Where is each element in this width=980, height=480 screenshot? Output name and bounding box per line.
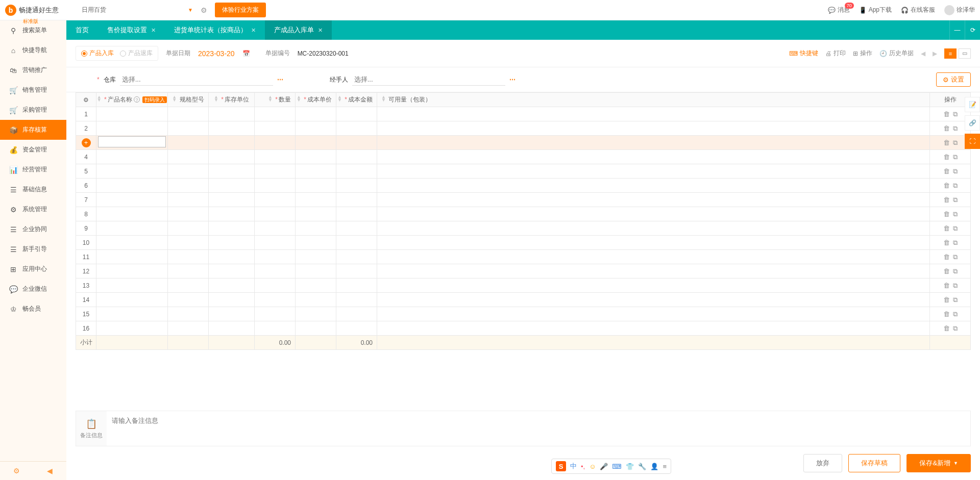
cell-name[interactable] xyxy=(96,107,168,121)
print-link[interactable]: 🖨 打印 xyxy=(825,49,846,58)
app-download-link[interactable]: 📱 App下载 xyxy=(859,6,892,14)
tab-2[interactable]: 进货单统计表（按商品）✕ xyxy=(165,20,265,40)
col-gear[interactable]: ⚙ xyxy=(76,93,96,107)
view-card-button[interactable]: ▭ xyxy=(959,48,971,59)
save-draft-button[interactable]: 保存草稿 xyxy=(848,454,900,472)
radio-product-out[interactable]: 产品退库 xyxy=(120,49,153,58)
table-row[interactable]: +🗑⧉ xyxy=(76,136,971,150)
ime-punct-icon[interactable]: •, xyxy=(581,463,585,470)
cell-name[interactable] xyxy=(96,221,168,236)
cell-name[interactable] xyxy=(96,179,168,193)
cell-price[interactable] xyxy=(296,279,336,293)
close-icon[interactable]: ✕ xyxy=(151,27,156,34)
ime-bar[interactable]: S 中 •, ☺ 🎤 ⌨ 👕 🔧 👤 ≡ xyxy=(551,459,671,474)
rail-link-button[interactable]: 🔗 xyxy=(965,115,980,131)
cell-available[interactable] xyxy=(377,236,930,250)
ime-lang[interactable]: 中 xyxy=(570,462,577,471)
table-row[interactable]: 12🗑⧉ xyxy=(76,264,971,279)
delete-icon[interactable]: 🗑 xyxy=(943,324,950,332)
copy-icon[interactable]: ⧉ xyxy=(953,139,958,146)
delete-icon[interactable]: 🗑 xyxy=(943,153,950,161)
cell-unit[interactable] xyxy=(209,193,255,207)
cell-unit[interactable] xyxy=(209,250,255,264)
col-product-name[interactable]: ▲▼ *产品名称 ? 扫码录入 xyxy=(96,93,168,107)
ime-user-icon[interactable]: 👤 xyxy=(650,463,658,470)
cell-amount[interactable] xyxy=(336,293,377,307)
cell-available[interactable] xyxy=(377,107,930,121)
cell-unit[interactable] xyxy=(209,136,255,150)
cell-price[interactable] xyxy=(296,221,336,236)
col-available[interactable]: ▲▼ 可用量（包装） xyxy=(377,93,930,107)
cell-name[interactable] xyxy=(96,164,168,179)
copy-icon[interactable]: ⧉ xyxy=(953,153,958,161)
experience-button[interactable]: 体验行业方案 xyxy=(215,3,266,17)
cell-spec[interactable] xyxy=(168,221,209,236)
cell-price[interactable] xyxy=(296,307,336,321)
delete-icon[interactable]: 🗑 xyxy=(943,239,950,246)
table-row[interactable]: 9🗑⧉ xyxy=(76,221,971,236)
delete-icon[interactable]: 🗑 xyxy=(943,182,950,189)
next-icon[interactable]: ▶ xyxy=(933,50,937,57)
cell-qty[interactable] xyxy=(255,250,296,264)
cell-available[interactable] xyxy=(377,121,930,136)
cell-available[interactable] xyxy=(377,293,930,307)
rail-expand-button[interactable]: ⛶ xyxy=(965,134,980,149)
ime-mic-icon[interactable]: 🎤 xyxy=(600,463,608,470)
settings-button[interactable]: ⚙ 设置 xyxy=(936,72,971,87)
table-row[interactable]: 2🗑⧉ xyxy=(76,121,971,136)
cell-amount[interactable] xyxy=(336,179,377,193)
sidebar-item-12[interactable]: ⊞应用中心 xyxy=(0,259,66,279)
cell-name[interactable] xyxy=(96,321,168,336)
handler-input[interactable] xyxy=(352,73,505,86)
copy-icon[interactable]: ⧉ xyxy=(953,239,958,246)
copy-icon[interactable]: ⧉ xyxy=(953,267,958,275)
cell-price[interactable] xyxy=(296,264,336,279)
copy-icon[interactable]: ⧉ xyxy=(953,253,958,261)
cell-qty[interactable] xyxy=(255,193,296,207)
messages-link[interactable]: 💬 消息 70 xyxy=(828,6,850,14)
sidebar-collapse-button[interactable]: ◀ xyxy=(33,462,66,480)
cell-amount[interactable] xyxy=(336,236,377,250)
cell-name[interactable] xyxy=(96,293,168,307)
delete-icon[interactable]: 🗑 xyxy=(943,224,950,232)
sidebar-item-7[interactable]: 📊经营管理 xyxy=(0,160,66,180)
delete-icon[interactable]: 🗑 xyxy=(943,167,950,175)
table-row[interactable]: 10🗑⧉ xyxy=(76,236,971,250)
cell-qty[interactable] xyxy=(255,264,296,279)
cell-amount[interactable] xyxy=(336,279,377,293)
cell-qty[interactable] xyxy=(255,164,296,179)
cell-price[interactable] xyxy=(296,236,336,250)
tab-0[interactable]: 首页 xyxy=(66,20,98,40)
cell-qty[interactable] xyxy=(255,150,296,164)
cell-amount[interactable] xyxy=(336,264,377,279)
table-row[interactable]: 7🗑⧉ xyxy=(76,193,971,207)
cell-name[interactable] xyxy=(96,264,168,279)
cell-available[interactable] xyxy=(377,321,930,336)
ime-menu-icon[interactable]: ≡ xyxy=(663,463,667,470)
delete-icon[interactable]: 🗑 xyxy=(943,196,950,204)
cell-qty[interactable] xyxy=(255,279,296,293)
sidebar-settings-button[interactable]: ⚙ xyxy=(0,462,33,480)
cell-spec[interactable] xyxy=(168,121,209,136)
cell-available[interactable] xyxy=(377,250,930,264)
warehouse-input[interactable] xyxy=(120,73,273,86)
cell-qty[interactable] xyxy=(255,307,296,321)
table-row[interactable]: 4🗑⧉ xyxy=(76,150,971,164)
cell-qty[interactable] xyxy=(255,236,296,250)
cell-price[interactable] xyxy=(296,136,336,150)
cell-amount[interactable] xyxy=(336,164,377,179)
operate-link[interactable]: ⊞ 操作 xyxy=(853,49,872,58)
delete-icon[interactable]: 🗑 xyxy=(943,282,950,289)
table-row[interactable]: 8🗑⧉ xyxy=(76,207,971,221)
cell-unit[interactable] xyxy=(209,221,255,236)
cell-price[interactable] xyxy=(296,193,336,207)
cell-amount[interactable] xyxy=(336,136,377,150)
cell-name[interactable] xyxy=(96,121,168,136)
cell-available[interactable] xyxy=(377,164,930,179)
ime-emoji-icon[interactable]: ☺ xyxy=(589,463,596,470)
table-row[interactable]: 1🗑⧉ xyxy=(76,107,971,121)
prev-icon[interactable]: ◀ xyxy=(921,50,925,57)
cell-unit[interactable] xyxy=(209,207,255,221)
cell-amount[interactable] xyxy=(336,321,377,336)
copy-icon[interactable]: ⧉ xyxy=(953,110,958,118)
